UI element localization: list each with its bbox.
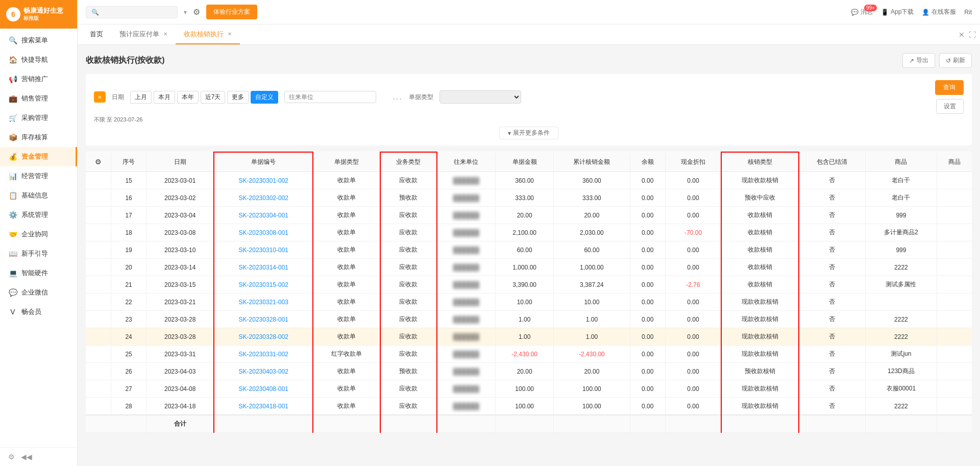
doc-link[interactable]: SK-20230308-001 xyxy=(239,229,288,236)
date-btn-更多[interactable]: 更多 xyxy=(227,91,249,104)
filter-toggle-button[interactable]: » xyxy=(94,91,106,103)
app-download-button[interactable]: 📱 App下载 xyxy=(881,8,914,16)
sidebar-item-basic[interactable]: 📋基础信息 xyxy=(0,186,77,205)
doc-link[interactable]: SK-20230314-001 xyxy=(239,264,288,271)
doc-link[interactable]: SK-20230331-002 xyxy=(239,351,288,358)
cell-doc-no[interactable]: SK-20230328-001 xyxy=(214,311,313,328)
cell-date: 2023-03-01 xyxy=(146,172,214,189)
doc-link[interactable]: SK-20230403-002 xyxy=(239,368,288,375)
doc-link[interactable]: SK-20230418-001 xyxy=(239,403,288,410)
user-avatar[interactable]: Rit xyxy=(964,9,972,16)
doc-link[interactable]: SK-20230315-002 xyxy=(239,281,288,288)
date-btn-custom[interactable]: 自定义 xyxy=(251,91,278,104)
cell-goods xyxy=(865,293,937,311)
doc-link[interactable]: SK-20230328-002 xyxy=(239,333,288,340)
th-settings[interactable]: ⚙ xyxy=(86,152,111,172)
cell-doc-no[interactable]: SK-20230328-002 xyxy=(214,328,313,346)
export-button[interactable]: ↗ 导出 xyxy=(902,53,935,68)
cell-doc-no[interactable]: SK-20230314-001 xyxy=(214,259,313,276)
doc-link[interactable]: SK-20230408-001 xyxy=(239,385,288,393)
cell-partner: ██████ xyxy=(437,328,496,346)
sidebar-item-sales[interactable]: 💼销售管理 xyxy=(0,89,77,108)
messages-button[interactable]: 💬 消息 99+ xyxy=(851,8,873,16)
sidebar-item-label: 系统管理 xyxy=(21,210,48,219)
cell-doc-no[interactable]: SK-20230331-002 xyxy=(214,346,313,363)
cell-doc-no[interactable]: SK-20230408-001 xyxy=(214,380,313,398)
sidebar-item-system[interactable]: ⚙️系统管理 xyxy=(0,205,77,225)
maximize-icon[interactable]: ⛶ xyxy=(969,31,976,39)
cell-partner: ██████ xyxy=(437,346,496,363)
cell-doc-no[interactable]: SK-20230310-001 xyxy=(214,241,313,259)
tab-close-icon[interactable]: ✕ xyxy=(228,31,232,37)
cell-doc-no[interactable]: SK-20230308-001 xyxy=(214,224,313,241)
sidebar-item-purchase[interactable]: 🛒采购管理 xyxy=(0,108,77,128)
cell-date: 2023-03-10 xyxy=(146,241,214,259)
cell-include-settled: 否 xyxy=(799,328,865,346)
doc-link[interactable]: SK-20230302-002 xyxy=(239,194,288,202)
doc-link[interactable]: SK-20230328-001 xyxy=(239,316,288,323)
solution-button[interactable]: 体验行业方案 xyxy=(206,5,257,19)
doc-type-select[interactable] xyxy=(439,90,521,104)
cell-goods: 老白干 xyxy=(865,172,937,189)
cell-check xyxy=(86,398,111,415)
tab-close-icon[interactable]: ✕ xyxy=(163,31,167,37)
sidebar-item-label: 基础信息 xyxy=(21,191,48,200)
cell-write-off-type: 预收款核销 xyxy=(721,363,798,380)
purchase-icon: 🛒 xyxy=(8,114,17,122)
sidebar-item-nav[interactable]: 🏠快捷导航 xyxy=(0,50,77,69)
cell-goods: 2222 xyxy=(865,398,937,415)
settings-button[interactable]: 设置 xyxy=(936,99,964,114)
cell-goods2 xyxy=(937,380,972,398)
cell-doc-no[interactable]: SK-20230301-002 xyxy=(214,172,313,189)
date-btn-本年[interactable]: 本年 xyxy=(177,91,199,104)
tab-receipts[interactable]: 收款核销执行✕ xyxy=(176,24,240,44)
cell-amount: 333.00 xyxy=(496,189,554,207)
date-btn-上月[interactable]: 上月 xyxy=(130,91,152,104)
sidebar-item-operation[interactable]: 📊经营管理 xyxy=(0,166,77,186)
cell-doc-no[interactable]: SK-20230302-002 xyxy=(214,189,313,207)
th-doc-no: 单据编号 xyxy=(214,152,313,172)
collapse-icon[interactable]: ◀◀ xyxy=(21,453,32,461)
filter-row-1: » 日期 上月本月本年近7天更多自定义 ... 单据类型 查询 设置 xyxy=(94,80,964,114)
doc-link[interactable]: SK-20230301-002 xyxy=(239,177,288,184)
date-btn-本月[interactable]: 本月 xyxy=(154,91,175,104)
hardware-icon: 💻 xyxy=(8,269,17,277)
tab-payables[interactable]: 预计应应付单✕ xyxy=(111,24,176,44)
tab-home[interactable]: 首页 xyxy=(82,24,111,44)
cell-discount: 0.00 xyxy=(665,398,721,415)
cell-doc-no[interactable]: SK-20230418-001 xyxy=(214,398,313,415)
sidebar-item-marketing[interactable]: 📢营销推广 xyxy=(0,69,77,89)
sidebar-item-wechat[interactable]: 💬企业微信 xyxy=(0,283,77,302)
doc-link[interactable]: SK-20230304-001 xyxy=(239,212,288,219)
cell-doc-no[interactable]: SK-20230403-002 xyxy=(214,363,313,380)
topbar-gear-icon[interactable]: ⚙ xyxy=(193,7,200,17)
expand-button[interactable]: ▾ 展开更多条件 xyxy=(499,127,558,139)
sidebar-item-corp[interactable]: 🤝企业协同 xyxy=(0,225,77,244)
cell-no: 17 xyxy=(111,207,146,224)
cell-amount: 3,390.00 xyxy=(496,276,554,293)
settings-icon[interactable]: ⚙ xyxy=(8,453,15,461)
sidebar-item-finance[interactable]: 💰资金管理 xyxy=(0,147,77,166)
topbar-dropdown-icon[interactable]: ▾ xyxy=(184,9,187,16)
close-all-icon[interactable]: ✕ xyxy=(959,31,965,39)
online-service-button[interactable]: 👤 在线客服 xyxy=(922,8,956,16)
doc-link[interactable]: SK-20230310-001 xyxy=(239,247,288,254)
cell-doc-no[interactable]: SK-20230315-002 xyxy=(214,276,313,293)
cell-doc-no[interactable]: SK-20230304-001 xyxy=(214,207,313,224)
sidebar-item-search[interactable]: 🔍搜索菜单 xyxy=(0,31,77,50)
cell-partner: ██████ xyxy=(437,259,496,276)
sidebar-item-guide[interactable]: 📖新手引导 xyxy=(0,244,77,263)
sidebar-item-hardware[interactable]: 💻智能硬件 xyxy=(0,263,77,283)
sidebar-item-label: 库存核算 xyxy=(21,133,48,142)
partner-input[interactable] xyxy=(284,91,376,103)
sidebar-item-member[interactable]: V畅会员 xyxy=(0,302,77,322)
cell-biz-type: 应收款 xyxy=(380,398,437,415)
refresh-button[interactable]: ↺ 刷新 xyxy=(939,53,972,68)
date-btn-近7天[interactable]: 近7天 xyxy=(201,91,226,104)
query-button[interactable]: 查询 xyxy=(935,80,964,95)
filter-expand: ▾ 展开更多条件 xyxy=(94,127,964,139)
sidebar-item-inventory[interactable]: 📦库存核算 xyxy=(0,128,77,147)
cell-doc-no[interactable]: SK-20230321-003 xyxy=(214,293,313,311)
doc-link[interactable]: SK-20230321-003 xyxy=(239,299,288,306)
topbar-search-box[interactable]: 🔍 xyxy=(86,6,178,18)
